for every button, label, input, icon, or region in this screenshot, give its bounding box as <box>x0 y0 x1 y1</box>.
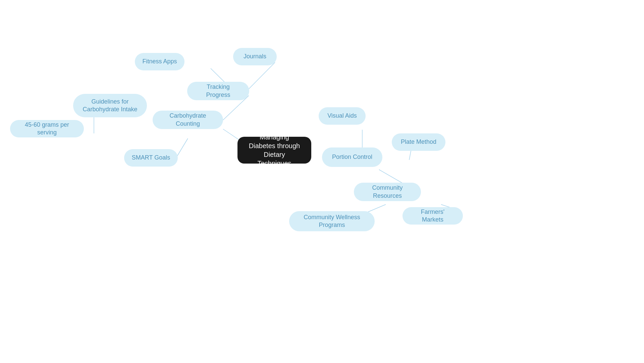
plate-method-node[interactable]: Plate Method <box>392 133 445 151</box>
community-wellness-label: Community Wellness Programs <box>297 214 367 229</box>
center-node-label: Managing Diabetes through Dietary Techni… <box>248 133 301 168</box>
tracking-progress-label: Tracking Progress <box>195 83 242 99</box>
community-resources-label: Community Resources <box>361 184 414 200</box>
farmers-markets-label: Farmers' Markets <box>410 208 455 224</box>
portion-control-label: Portion Control <box>332 153 372 161</box>
carbohydrate-counting-node[interactable]: Carbohydrate Counting <box>153 111 223 129</box>
journals-label: Journals <box>244 53 266 60</box>
grams-serving-node[interactable]: 45-60 grams per serving <box>10 120 84 137</box>
visual-aids-label: Visual Aids <box>327 112 357 120</box>
journals-node[interactable]: Journals <box>233 48 277 65</box>
community-resources-node[interactable]: Community Resources <box>354 183 421 201</box>
plate-method-label: Plate Method <box>401 138 436 146</box>
grams-serving-label: 45-60 grams per serving <box>17 121 76 137</box>
center-node[interactable]: Managing Diabetes through Dietary Techni… <box>237 137 311 164</box>
tracking-progress-node[interactable]: Tracking Progress <box>187 82 249 100</box>
guidelines-carb-node[interactable]: Guidelines for Carbohydrate Intake <box>73 94 147 117</box>
guidelines-carb-label: Guidelines for Carbohydrate Intake <box>80 98 140 114</box>
smart-goals-node[interactable]: SMART Goals <box>124 149 178 167</box>
smart-goals-label: SMART Goals <box>132 154 170 162</box>
svg-line-6 <box>176 138 188 158</box>
fitness-apps-node[interactable]: Fitness Apps <box>135 53 184 70</box>
carbohydrate-counting-label: Carbohydrate Counting <box>160 112 216 128</box>
mind-map-container: Managing Diabetes through Dietary Techni… <box>0 0 644 363</box>
svg-line-2 <box>249 62 275 89</box>
portion-control-node[interactable]: Portion Control <box>322 147 382 167</box>
visual-aids-node[interactable]: Visual Aids <box>319 107 366 125</box>
community-wellness-node[interactable]: Community Wellness Programs <box>289 211 375 231</box>
connections-svg <box>0 0 644 363</box>
fitness-apps-label: Fitness Apps <box>142 58 177 65</box>
farmers-markets-node[interactable]: Farmers' Markets <box>402 207 463 225</box>
